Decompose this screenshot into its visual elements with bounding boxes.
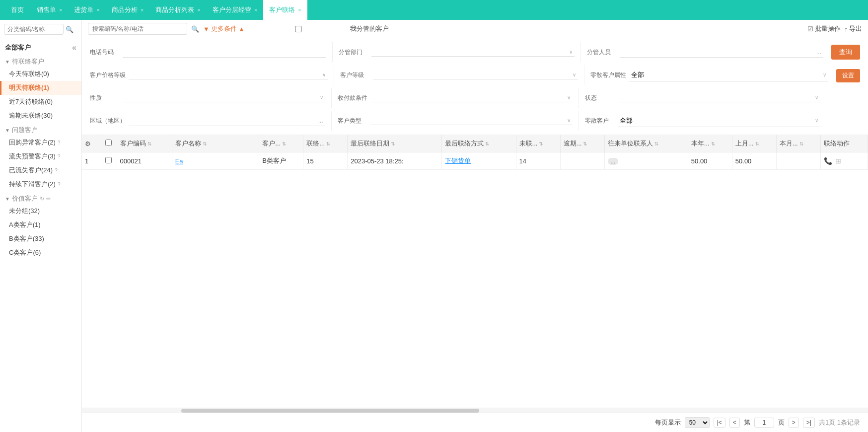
col-settings[interactable]: ⚙ xyxy=(82,135,102,152)
sidebar-item-today-pending[interactable]: 今天待联络(0) xyxy=(0,67,81,81)
more-icon[interactable]: ... xyxy=(816,49,821,56)
nav-sales-order[interactable]: 销售单 × xyxy=(31,0,68,20)
filter-region-select[interactable]: ... xyxy=(129,116,325,126)
help-icon[interactable]: ? xyxy=(58,154,61,159)
my-customer-checkbox-label[interactable]: 我分管的客户 xyxy=(249,24,389,33)
help-icon[interactable]: ? xyxy=(58,140,61,145)
cell-name[interactable]: Ea xyxy=(172,152,259,170)
grid-icon[interactable]: ⊞ xyxy=(835,157,841,165)
next-page-button[interactable]: > xyxy=(789,418,799,428)
sidebar-item-label: A类客户(1) xyxy=(9,220,41,229)
filter-customer-level-select[interactable]: ∨ xyxy=(373,71,578,79)
row-checkbox[interactable] xyxy=(105,157,112,163)
close-icon[interactable]: × xyxy=(298,7,301,13)
close-icon[interactable]: × xyxy=(59,7,62,13)
col-customer-code: 客户编码 ⇅ xyxy=(117,135,172,152)
sort-icon[interactable]: ⇅ xyxy=(326,141,330,146)
sort-icon[interactable]: ⇅ xyxy=(485,141,489,146)
query-button[interactable]: 查询 xyxy=(831,45,860,60)
last-page-button[interactable]: >| xyxy=(803,418,815,428)
cell-last-contact-method[interactable]: 下销货单 xyxy=(442,152,516,170)
sidebar-item-overdue-pending[interactable]: 逾期未联络(30) xyxy=(0,109,81,123)
all-customers-header[interactable]: 全部客户 « xyxy=(0,39,81,54)
filter-status-select[interactable]: ∨ xyxy=(618,93,820,102)
sidebar-item-loss-warning[interactable]: 流失预警客户(3) ? xyxy=(0,149,81,163)
sidebar-item-tomorrow-pending[interactable]: 明天待联络(1) xyxy=(0,81,81,95)
sidebar-item-abnormal-repurchase[interactable]: 回购异常客户(2) ? xyxy=(0,136,81,149)
help-icon[interactable]: ? xyxy=(55,168,58,173)
nav-customer-tiering[interactable]: 客户分层经营 × xyxy=(207,0,263,20)
close-icon[interactable]: × xyxy=(197,7,200,13)
close-icon[interactable]: × xyxy=(141,7,144,13)
first-page-button[interactable]: |< xyxy=(714,418,725,428)
nav-product-analysis-list[interactable]: 商品分析列表 × xyxy=(149,0,206,20)
refresh-icon[interactable]: ↻ xyxy=(40,196,44,202)
sidebar-item-class-c[interactable]: C类客户(6) xyxy=(0,246,81,260)
chevron-down-icon: ∨ xyxy=(815,118,818,123)
batch-operation-button[interactable]: ☑ 批量操作 xyxy=(807,24,841,33)
nav-home[interactable]: 首页 xyxy=(4,0,31,20)
sort-icon[interactable]: ⇅ xyxy=(203,141,207,146)
search-input[interactable] xyxy=(88,23,187,35)
nav-purchase-order[interactable]: 进货单 × xyxy=(68,0,105,20)
horizontal-scrollbar[interactable] xyxy=(82,408,868,413)
page-input[interactable] xyxy=(754,418,774,428)
filter-payment-select[interactable]: ∨ xyxy=(370,93,573,102)
contact-method-link[interactable]: 下销货单 xyxy=(445,157,471,164)
phone-icon[interactable]: 📞 xyxy=(824,157,832,165)
sidebar-item-week-pending[interactable]: 近7天待联络(0) xyxy=(0,95,81,109)
customer-name-link[interactable]: Ea xyxy=(175,157,183,165)
filter-customer-type-select[interactable]: ∨ xyxy=(370,116,573,125)
filter-dept-select[interactable]: ∨ xyxy=(371,48,575,57)
sidebar-item-lost[interactable]: 已流失客户(24) ? xyxy=(0,163,81,177)
search-icon[interactable]: 🔍 xyxy=(191,25,199,33)
filter-customer-value-select[interactable]: ∨ xyxy=(129,71,328,79)
search-icon[interactable]: 🔍 xyxy=(66,26,73,33)
sort-icon[interactable]: ⇅ xyxy=(147,141,151,146)
filter-phone-input[interactable] xyxy=(123,47,326,58)
sort-icon[interactable]: ⇅ xyxy=(799,141,803,146)
edit-icon[interactable]: ✏ xyxy=(46,196,51,202)
sort-icon[interactable]: ⇅ xyxy=(539,141,543,146)
prev-page-button[interactable]: < xyxy=(729,418,740,428)
more-icon[interactable]: ... xyxy=(318,117,323,124)
sidebar-search-input[interactable] xyxy=(4,24,64,35)
chevron-down-icon: ∨ xyxy=(322,72,326,77)
close-icon[interactable]: × xyxy=(254,7,257,13)
sidebar-item-class-b[interactable]: B类客户(33) xyxy=(0,232,81,246)
settings-button[interactable]: 设置 xyxy=(836,69,860,82)
scrollbar-thumb[interactable] xyxy=(181,409,479,413)
settings-icon[interactable]: ⚙ xyxy=(85,140,91,147)
filter-retail-customer-select[interactable]: 全部 ∨ xyxy=(618,115,820,127)
more-filter-button[interactable]: ▼ 更多条件 ▲ xyxy=(203,24,245,33)
more-filter-label: 更多条件 xyxy=(211,24,237,33)
cell-checkbox[interactable] xyxy=(102,152,117,170)
my-customer-checkbox[interactable] xyxy=(249,26,348,32)
batch-op-label: 批量操作 xyxy=(815,24,841,33)
sort-icon[interactable]: ⇅ xyxy=(755,141,759,146)
sidebar-item-class-a[interactable]: A类客户(1) xyxy=(0,218,81,232)
col-label: 联络... xyxy=(306,139,325,148)
filter-retail-attr-select[interactable]: 全部 ∨ xyxy=(629,69,828,81)
select-all-checkbox[interactable] xyxy=(105,140,112,146)
sort-icon[interactable]: ⇅ xyxy=(583,141,587,146)
sort-icon[interactable]: ⇅ xyxy=(282,141,286,146)
export-button[interactable]: ↑ 导出 xyxy=(845,24,863,33)
sort-icon[interactable]: ⇅ xyxy=(391,141,395,146)
nav-customer-contact[interactable]: 客户联络 × xyxy=(263,0,307,20)
sort-icon[interactable]: ⇅ xyxy=(711,141,715,146)
sort-icon[interactable]: ⇅ xyxy=(654,141,658,146)
col-label: 最后联络日期 xyxy=(351,139,389,148)
sidebar-item-declining[interactable]: 持续下滑客户(2) ? xyxy=(0,177,81,191)
close-icon[interactable]: × xyxy=(96,7,99,13)
per-page-select[interactable]: 50 100 200 xyxy=(685,417,710,428)
help-icon[interactable]: ? xyxy=(58,182,61,187)
sidebar-item-label: C类客户(6) xyxy=(9,248,41,257)
filter-nature-select[interactable]: ∨ xyxy=(123,93,325,102)
collapse-icon[interactable]: « xyxy=(72,43,76,52)
filter-row-3: 性质 ∨ 收付款条件 ∨ 状态 ∨ xyxy=(90,88,860,108)
col-checkbox[interactable] xyxy=(102,135,117,152)
nav-product-analysis[interactable]: 商品分析 × xyxy=(106,0,149,20)
filter-person-select[interactable]: ... xyxy=(620,47,823,58)
sidebar-item-ungrouped[interactable]: 未分组(32) xyxy=(0,204,81,218)
